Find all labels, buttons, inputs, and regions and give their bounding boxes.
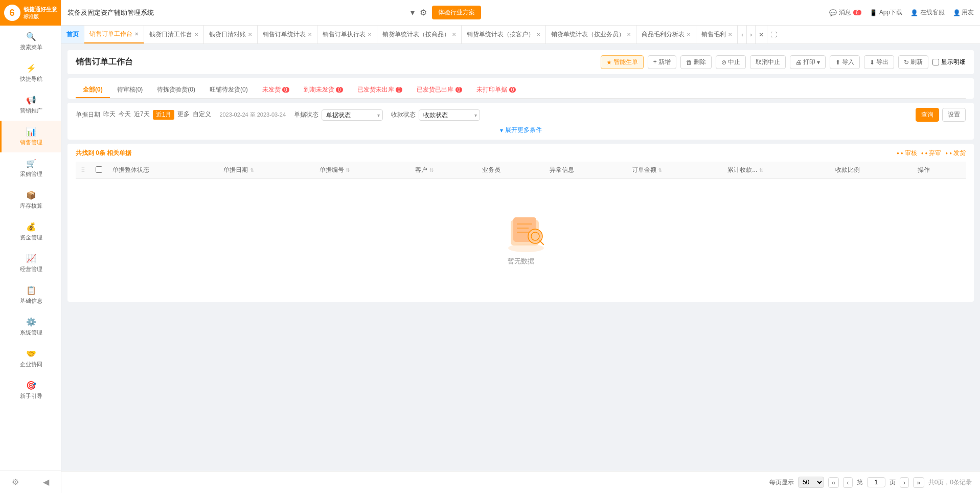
sidebar-item-system[interactable]: ⚙️ 系统管理 xyxy=(0,311,61,343)
last-page-btn[interactable]: » xyxy=(913,477,924,488)
select-all-checkbox[interactable] xyxy=(96,166,102,173)
stop-button[interactable]: ⊘ 中止 xyxy=(716,55,746,69)
delete-button[interactable]: 🗑 删除 xyxy=(680,55,712,69)
col-amount[interactable]: 订单金额 ⇅ xyxy=(627,162,722,179)
date-link-custom[interactable]: 自定义 xyxy=(193,110,211,120)
sidebar-item-basic-info[interactable]: 📋 基础信息 xyxy=(0,279,61,311)
subtab-not-shipped[interactable]: 未发货 0 xyxy=(255,82,297,98)
sidebar-item-inventory[interactable]: 📦 库存核算 xyxy=(0,184,61,216)
tab-gross-margin[interactable]: 商品毛利分析表 ✕ xyxy=(636,26,696,43)
tab-sales-profit[interactable]: 销售毛利 ✕ xyxy=(696,26,738,43)
tab-scroll-left[interactable]: ‹ xyxy=(738,26,746,43)
tab-home[interactable]: 首页 xyxy=(61,26,84,43)
tab-scroll-right[interactable]: › xyxy=(746,26,755,43)
tab-maximize[interactable]: ⛶ xyxy=(767,26,780,43)
sidebar-item-label: 库存核算 xyxy=(20,202,42,210)
expand-filter-btn[interactable]: ▾ 展开更多条件 xyxy=(500,126,542,135)
subtab-wangpu[interactable]: 旺铺待发货(0) xyxy=(202,82,255,98)
add-button[interactable]: + 新增 xyxy=(648,55,676,69)
tab-cash-goods[interactable]: 钱货日清对账 ✕ xyxy=(204,26,258,43)
tab-close-gross-margin[interactable]: ✕ xyxy=(687,32,691,37)
smart-create-button[interactable]: ★ 智能生单 xyxy=(601,55,644,69)
tab-close-product[interactable]: ✕ xyxy=(452,32,456,37)
col-number[interactable]: 单据编号 ⇅ xyxy=(314,162,410,179)
tab-close-sales-order[interactable]: ✕ xyxy=(134,31,139,37)
subtab-not-printed[interactable]: 未打印单据 0 xyxy=(469,82,523,98)
tab-close-sales-stats[interactable]: ✕ xyxy=(308,32,312,37)
revoke-action-btn[interactable]: ● 弃审 xyxy=(921,149,942,158)
tab-close-all[interactable]: ✕ xyxy=(755,26,767,43)
payment-select[interactable]: 收款状态 xyxy=(419,109,480,121)
show-detail-checkbox[interactable] xyxy=(932,59,939,65)
sidebar-settings-btn[interactable]: ⚙ xyxy=(12,477,19,487)
col-date[interactable]: 单据日期 ⇅ xyxy=(218,162,314,179)
sidebar-item-label: 快捷导航 xyxy=(20,75,42,83)
page-number-input[interactable] xyxy=(867,477,885,487)
revoke-dot: ● xyxy=(925,151,927,155)
cancel-stop-button[interactable]: 取消中止 xyxy=(750,55,786,69)
review-action-btn[interactable]: ● 审核 xyxy=(897,149,917,158)
page-size-select[interactable]: 50 10 20 100 xyxy=(798,477,824,488)
industry-solution-button[interactable]: 体验行业方案 xyxy=(432,6,481,19)
app-version: 标准版 xyxy=(24,13,57,20)
tab-close-cash-goods[interactable]: ✕ xyxy=(248,32,252,37)
subtab-all[interactable]: 全部(0) xyxy=(76,82,110,98)
filter-settings-button[interactable]: 设置 xyxy=(942,108,966,122)
app-download-btn[interactable]: 📱 App下载 xyxy=(870,8,902,17)
topbar-settings-icon[interactable]: ⚙ xyxy=(420,8,427,17)
export-button[interactable]: ⬇ 导出 xyxy=(864,55,894,69)
empty-state: 暂无数据 xyxy=(76,179,966,297)
ship-action-btn[interactable]: ● 发货 xyxy=(945,149,966,158)
page-title: 销售订单工作台 xyxy=(76,57,133,68)
date-link-more[interactable]: 更多 xyxy=(177,110,190,120)
col-customer[interactable]: 客户 ⇅ xyxy=(410,162,477,179)
subtab-shipped-out[interactable]: 已发货已出库 0 xyxy=(409,82,469,98)
subtab-overdue-not-shipped[interactable]: 到期未发货 0 xyxy=(297,82,350,98)
sidebar-item-purchase[interactable]: 🛒 采购管理 xyxy=(0,152,61,184)
message-btn[interactable]: 💬 消息 6 xyxy=(829,8,861,17)
show-detail-toggle[interactable]: 显示明细 xyxy=(932,58,966,66)
sidebar-collapse-btn[interactable]: ◀ xyxy=(43,477,49,487)
col-date-label: 单据日期 xyxy=(223,166,248,173)
next-page-btn[interactable]: › xyxy=(900,477,909,488)
sidebar-item-search[interactable]: 🔍 搜索菜单 xyxy=(0,26,61,57)
tab-cash-clear[interactable]: 钱货日清工作台 ✕ xyxy=(144,26,204,43)
status-select[interactable]: 单据状态 xyxy=(322,109,383,121)
import-button[interactable]: ⬆ 导入 xyxy=(830,55,860,69)
date-link-today[interactable]: 今天 xyxy=(119,110,131,120)
print-icon: 🖨 xyxy=(795,59,802,66)
sidebar-item-finance[interactable]: 💰 资金管理 xyxy=(0,216,61,248)
date-link-7days[interactable]: 近7天 xyxy=(134,110,150,120)
prev-page-btn[interactable]: ‹ xyxy=(843,477,852,488)
tab-close-staff[interactable]: ✕ xyxy=(627,32,631,37)
date-link-yesterday[interactable]: 昨天 xyxy=(103,110,116,120)
first-page-btn[interactable]: « xyxy=(828,477,839,488)
topbar-dropdown-icon[interactable]: ▾ xyxy=(411,8,415,17)
refresh-button[interactable]: ↻ 刷新 xyxy=(898,55,928,69)
subtab-shipped-not-out[interactable]: 已发货未出库 0 xyxy=(350,82,410,98)
tab-close-sales-profit[interactable]: ✕ xyxy=(728,32,732,37)
tab-sales-order[interactable]: 销售订单工作台 ✕ xyxy=(84,26,144,43)
subtab-pending-review[interactable]: 待审核(0) xyxy=(110,82,150,98)
tab-sale-stats-product[interactable]: 销货单统计表（按商品） ✕ xyxy=(377,26,462,43)
tab-sales-exec[interactable]: 销售订单执行表 ✕ xyxy=(317,26,377,43)
online-service-btn[interactable]: 👤 在线客服 xyxy=(910,8,945,17)
print-button[interactable]: 🖨 打印 ▾ xyxy=(790,55,826,69)
tab-sale-stats-customer[interactable]: 销货单统计表（按客户） ✕ xyxy=(462,26,546,43)
sidebar-item-guide[interactable]: 🎯 新手引导 xyxy=(0,374,61,406)
sidebar-item-operations[interactable]: 📈 经营管理 xyxy=(0,248,61,279)
tab-close-cash-clear[interactable]: ✕ xyxy=(194,32,198,37)
sidebar-item-sales[interactable]: 📊 销售管理 xyxy=(0,121,61,152)
user-menu[interactable]: 👤 用友 xyxy=(953,8,974,17)
date-link-1month[interactable]: 近1月 xyxy=(153,110,175,120)
query-button[interactable]: 查询 xyxy=(916,108,939,122)
tab-close-customer[interactable]: ✕ xyxy=(536,32,540,37)
tab-sale-stats-staff[interactable]: 销货单统计表（按业务员） ✕ xyxy=(546,26,636,43)
sidebar-item-marketing[interactable]: 📢 营销推广 xyxy=(0,89,61,121)
subtab-pending-inspect[interactable]: 待拣货验货(0) xyxy=(150,82,202,98)
tab-sales-stats[interactable]: 销售订单统计表 ✕ xyxy=(258,26,317,43)
col-collected[interactable]: 累计收款... ⇅ xyxy=(722,162,830,179)
tab-close-sales-exec[interactable]: ✕ xyxy=(368,32,372,37)
sidebar-item-cooperation[interactable]: 🤝 企业协同 xyxy=(0,343,61,374)
sidebar-item-quick-nav[interactable]: ⚡ 快捷导航 xyxy=(0,57,61,89)
